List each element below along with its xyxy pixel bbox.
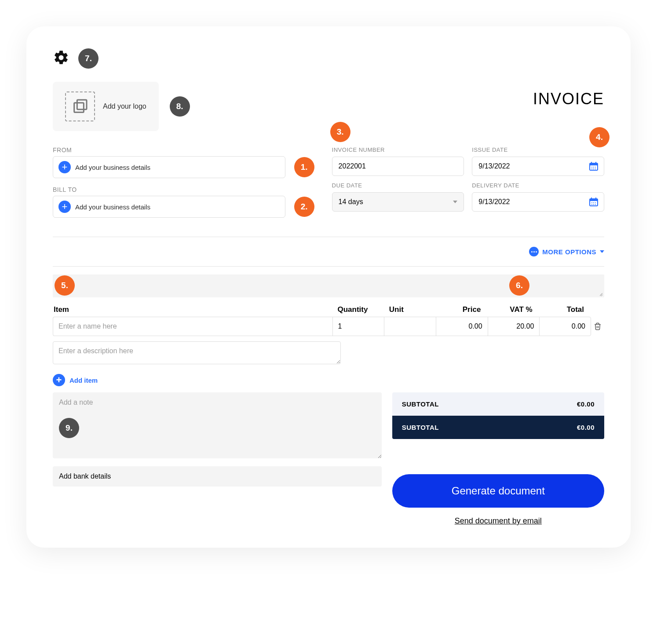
bill-to-business-label: Add your business details [75,203,150,211]
svg-rect-1 [77,100,87,110]
items-header-row: Item Quantity Unit Price VAT % Total [53,303,604,317]
more-options-label: MORE OPTIONS [542,248,596,256]
marker-8: 8. [170,96,190,117]
invoice-number-input[interactable] [332,157,464,176]
plus-icon: + [58,161,71,173]
chevron-down-icon [600,250,604,253]
chevron-down-icon [453,201,457,203]
grand-total-label: SUBTOTAL [402,424,439,431]
invoice-number-label: INVOICE NUMBER [332,146,464,153]
marker-3: 3. [330,122,350,142]
divider [53,266,604,267]
item-unit-input[interactable] [384,317,436,336]
invoice-editor: 7. Add your logo 8. INVOICE FROM [26,26,631,548]
marker-9: 9. [59,418,79,438]
settings-button[interactable] [53,49,69,68]
delivery-date-label: DELIVERY DATE [472,182,604,189]
more-options-button[interactable]: MORE OPTIONS [53,245,604,258]
subtotal-value: €0.00 [577,400,595,408]
item-row [53,317,604,336]
marker-2: 2. [294,197,314,217]
add-item-label: Add item [69,377,98,384]
due-date-value: 14 days [339,198,363,206]
add-logo-label: Add your logo [103,102,146,110]
grand-total-row: SUBTOTAL €0.00 [392,416,604,439]
issue-date-input[interactable] [472,157,604,176]
col-unit: Unit [384,305,435,314]
col-price: Price [435,305,487,314]
trash-icon [594,322,602,330]
delivery-date-input[interactable] [472,192,604,212]
col-item: Item [54,305,332,314]
add-logo-button[interactable]: Add your logo [53,82,159,131]
subtotal-row: SUBTOTAL €0.00 [392,392,604,416]
delete-item-button[interactable] [591,317,604,336]
plus-icon: + [58,201,71,213]
grand-total-value: €0.00 [577,424,595,431]
add-item-button[interactable]: + Add item [53,374,604,386]
marker-6: 6. [509,275,529,296]
subtotal-label: SUBTOTAL [402,400,439,408]
add-from-business-button[interactable]: + Add your business details [53,156,285,178]
note-input[interactable] [53,392,382,458]
marker-5: 5. [55,275,75,296]
document-title: INVOICE [533,82,604,108]
bill-to-label: BILL TO [53,186,314,193]
gear-icon [53,49,69,66]
col-vat: VAT % [487,305,538,314]
from-business-label: Add your business details [75,164,150,171]
svg-rect-0 [74,103,84,113]
issue-date-label: ISSUE DATE [472,146,604,153]
due-date-label: DUE DATE [332,182,464,189]
add-bank-details-button[interactable]: Add bank details [53,466,382,487]
from-label: FROM [53,146,314,154]
marker-4: 4. [589,127,610,147]
item-total-input[interactable] [539,317,591,336]
add-bill-to-business-button[interactable]: + Add your business details [53,196,285,218]
logo-placeholder-icon [65,91,95,121]
divider [53,237,604,237]
item-description-input[interactable] [53,341,341,364]
col-quantity: Quantity [332,305,383,314]
item-quantity-input[interactable] [332,317,384,336]
col-total: Total [539,305,590,314]
send-by-email-link[interactable]: Send document by email [392,516,604,526]
dots-icon [529,247,539,256]
generate-document-button[interactable]: Generate document [392,474,604,508]
marker-1: 1. [294,157,314,177]
due-date-select[interactable]: 14 days [332,192,464,212]
item-price-input[interactable] [436,317,488,336]
item-vat-input[interactable] [488,317,540,336]
plus-icon: + [53,374,65,386]
item-name-input[interactable] [53,317,332,336]
marker-7: 7. [78,48,99,69]
